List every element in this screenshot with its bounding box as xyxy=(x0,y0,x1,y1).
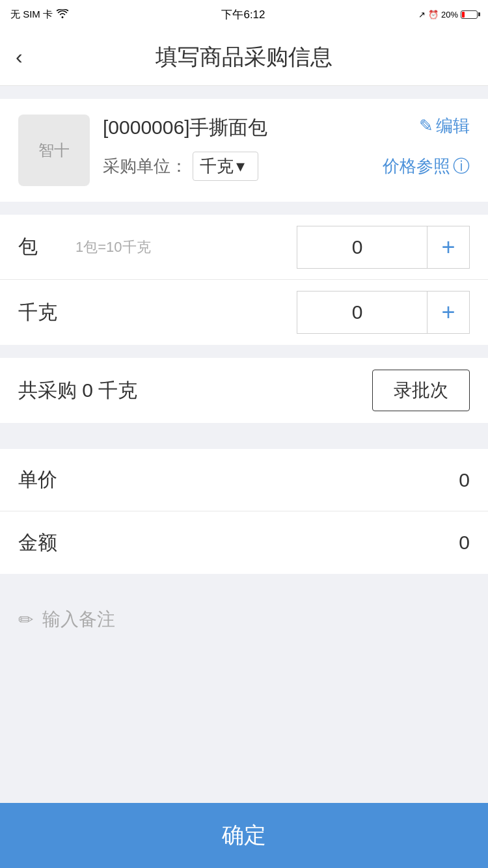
status-time: 下午6:12 xyxy=(221,7,265,22)
kg-input[interactable] xyxy=(297,291,427,334)
status-right: ↗ ⏰ 20% xyxy=(418,10,478,20)
wifi-icon xyxy=(57,9,68,20)
amount-label: 金额 xyxy=(18,530,57,556)
amount-row: 金额 0 xyxy=(0,511,488,574)
unit-price-value: 0 xyxy=(459,469,470,491)
edit-icon: ✎ xyxy=(419,116,433,136)
unit-price-label: 单价 xyxy=(18,467,57,493)
product-meta: 采购单位： 千克 ▾ 价格参照 ⓘ xyxy=(103,152,470,181)
remark-placeholder: 输入备注 xyxy=(42,607,115,632)
summary-row: 共采购 0 千克 录批次 xyxy=(0,358,488,423)
pencil-icon: ✏ xyxy=(18,609,33,631)
price-section: 单价 0 金额 0 xyxy=(0,449,488,574)
bao-plus-button[interactable]: + xyxy=(427,226,470,269)
carrier-text: 无 SIM 卡 xyxy=(10,8,53,21)
info-icon: ⓘ xyxy=(453,155,470,178)
product-header: [0000006]手撕面包 ✎ 编辑 xyxy=(103,115,470,141)
content-spacer xyxy=(0,652,488,782)
product-logo-text: 智十 xyxy=(38,140,70,161)
battery-icon xyxy=(461,10,478,19)
unit-price-row: 单价 0 xyxy=(0,449,488,511)
back-button[interactable]: ‹ xyxy=(16,45,23,69)
kg-input-control: + xyxy=(297,291,470,334)
nav-bar: ‹ 填写商品采购信息 xyxy=(0,29,488,86)
bao-label: 包 xyxy=(18,234,70,260)
confirm-button[interactable]: 确定 xyxy=(0,803,488,868)
bao-input-row: 包 1包=10千克 + xyxy=(0,215,488,280)
dropdown-icon: ▾ xyxy=(236,156,245,176)
unit-select[interactable]: 千克 ▾ xyxy=(193,152,258,181)
kg-label: 千克 xyxy=(18,299,70,326)
edit-button[interactable]: ✎ 编辑 xyxy=(419,115,470,137)
page-title: 填写商品采购信息 xyxy=(156,42,332,72)
unit-prefix: 采购单位： xyxy=(103,155,187,178)
status-bar: 无 SIM 卡 下午6:12 ↗ ⏰ 20% xyxy=(0,0,488,29)
status-left: 无 SIM 卡 xyxy=(10,8,68,21)
price-ref-button[interactable]: 价格参照 ⓘ xyxy=(383,155,470,178)
input-section: 包 1包=10千克 + 千克 + xyxy=(0,215,488,345)
amount-value: 0 xyxy=(459,532,470,554)
bao-input[interactable] xyxy=(297,226,427,269)
unit-value: 千克 xyxy=(200,155,234,178)
location-icon: ↗ xyxy=(418,10,426,20)
alarm-icon: ⏰ xyxy=(428,10,439,20)
product-card: 智十 [0000006]手撕面包 ✎ 编辑 采购单位： 千克 ▾ 价格参照 ⓘ xyxy=(0,99,488,202)
bao-hint: 1包=10千克 xyxy=(75,237,297,257)
battery-percent: 20% xyxy=(441,10,458,20)
edit-label: 编辑 xyxy=(436,115,470,137)
product-name: [0000006]手撕面包 xyxy=(103,115,411,141)
product-info: [0000006]手撕面包 ✎ 编辑 采购单位： 千克 ▾ 价格参照 ⓘ xyxy=(103,115,470,181)
section-divider-2 xyxy=(0,423,488,436)
remark-section[interactable]: ✏ 输入备注 xyxy=(0,587,488,652)
summary-section: 共采购 0 千克 录批次 xyxy=(0,358,488,423)
bao-input-control: + xyxy=(297,226,470,269)
price-ref-label: 价格参照 xyxy=(383,155,450,178)
summary-text: 共采购 0 千克 xyxy=(18,377,137,404)
unit-label: 采购单位： 千克 ▾ xyxy=(103,152,258,181)
product-image: 智十 xyxy=(18,115,90,186)
kg-plus-button[interactable]: + xyxy=(427,291,470,334)
kg-input-row: 千克 + xyxy=(0,280,488,345)
batch-record-button[interactable]: 录批次 xyxy=(372,370,470,411)
section-divider-1 xyxy=(0,202,488,215)
